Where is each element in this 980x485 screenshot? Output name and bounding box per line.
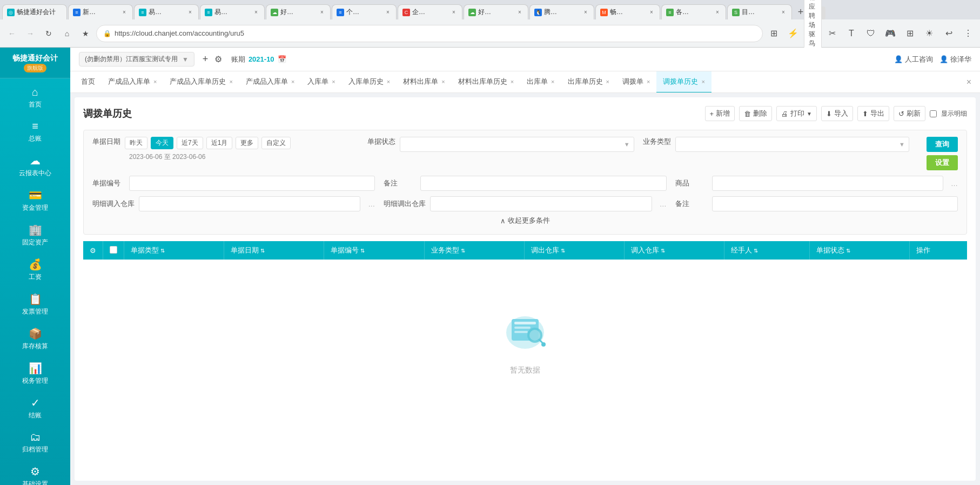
calendar-icon[interactable]: 📅 [278, 55, 286, 63]
sidebar-item-archive[interactable]: 🗂 归档管理 [0, 426, 70, 460]
col-header-transfer-out[interactable]: 调出仓库 ⇅ [524, 241, 624, 260]
gear-column-header[interactable]: ⚙ [83, 241, 103, 260]
page-tab-outbound[interactable]: 出库单 × [520, 71, 561, 93]
tab-transfer-close[interactable]: × [647, 78, 650, 85]
print-button[interactable]: 🖨 打印 ▼ [776, 106, 817, 121]
page-tab-transfer[interactable]: 调拨单 × [616, 71, 656, 93]
delete-button[interactable]: 🗑 删除 [739, 106, 772, 121]
sidebar-item-ledger[interactable]: ≡ 总账 [0, 115, 70, 149]
tab-close-3[interactable]: × [186, 9, 194, 16]
shield-icon[interactable]: 🛡 [863, 26, 878, 41]
export-button[interactable]: ⬆ 导出 [857, 106, 889, 121]
tab-transfer-hist-close[interactable]: × [701, 78, 704, 85]
scissor-icon[interactable]: ✂ [824, 26, 840, 41]
tab-material-out-close[interactable]: × [441, 78, 445, 85]
date-btn-custom[interactable]: 自定义 [261, 137, 291, 149]
tab-close-7[interactable]: × [450, 9, 458, 16]
service-button[interactable]: 👤 人工咨询 [894, 55, 933, 64]
top-add-button[interactable]: + [199, 53, 212, 66]
page-tab-finished-in-hist[interactable]: 产成品入库单历史 × [163, 71, 239, 93]
date-btn-7days[interactable]: 近7天 [177, 137, 203, 149]
tab-close-6[interactable]: × [384, 9, 392, 16]
tabs-close-all-button[interactable]: × [962, 77, 976, 87]
history-back-icon[interactable]: ↩ [941, 26, 956, 41]
bookmark-button[interactable]: ★ [78, 26, 93, 41]
biztype-input[interactable] [675, 137, 909, 152]
tab-close-10[interactable]: × [648, 9, 655, 16]
col-header-doc-status[interactable]: 单据状态 ⇅ [809, 241, 909, 260]
extensions-button[interactable]: ⊞ [766, 26, 781, 41]
page-tab-home[interactable]: 首页 [75, 71, 102, 93]
gamepad-icon[interactable]: 🎮 [883, 26, 898, 41]
display-checkbox[interactable] [930, 110, 937, 117]
more-menu[interactable]: ⋮ [961, 26, 976, 41]
docno-input[interactable] [129, 176, 375, 191]
col-header-doc-no[interactable]: 单据编号 ⇅ [324, 241, 424, 260]
lightning-button[interactable]: ⚡ [786, 26, 801, 41]
col-header-doc-type[interactable]: 单据类型 ⇅ [124, 241, 224, 260]
page-tab-transfer-hist[interactable]: 调拨单历史 × [656, 71, 711, 93]
back-button[interactable]: ← [4, 26, 19, 41]
sidebar-item-settings[interactable]: ⚙ 基础设置 [0, 460, 70, 485]
tab-finished-in-close[interactable]: × [153, 78, 157, 85]
browser-tab-3[interactable]: ≡ 易… × [134, 4, 199, 19]
sidebar-item-asset[interactable]: 🏢 固定资产 [0, 218, 70, 253]
page-tab-inbound-hist[interactable]: 入库单历史 × [342, 71, 397, 93]
tab-outbound-hist-close[interactable]: × [606, 78, 609, 85]
company-select[interactable]: (勿删勿禁用）江西服宝测试专用 ▼ [79, 52, 194, 67]
tab-finished-in2-close[interactable]: × [291, 78, 294, 85]
detail-in-input[interactable] [139, 196, 360, 211]
sidebar-item-home[interactable]: ⌂ 首页 [0, 81, 70, 115]
status-input[interactable] [400, 137, 634, 152]
detail-note-input[interactable] [712, 196, 958, 211]
browser-tab-2[interactable]: ≡ 新… × [68, 4, 133, 19]
table-settings-icon[interactable]: ⚙ [90, 247, 96, 255]
col-header-handler[interactable]: 经手人 ⇅ [724, 241, 810, 260]
display-toggle[interactable]: 显示明细 [930, 109, 967, 118]
sidebar-item-invoice[interactable]: 📋 发票管理 [0, 287, 70, 322]
theme-icon[interactable]: ☀ [922, 26, 937, 41]
browser-tab-9[interactable]: 🐧 腾… × [529, 4, 594, 19]
user-button[interactable]: 👤 徐泽华 [939, 55, 971, 64]
browser-tab-11[interactable]: ≡ 各… × [661, 4, 726, 19]
browser-tab-5[interactable]: ☁ 好… × [266, 4, 331, 19]
tab-close-11[interactable]: × [714, 9, 721, 16]
new-button[interactable]: + 新增 [705, 106, 735, 121]
search-bar-expand[interactable]: 学霸应聘场驱鸟员 🔥 热搜 [805, 26, 820, 41]
goods-more-icon[interactable]: … [951, 180, 958, 188]
tab-material-out-hist-close[interactable]: × [511, 78, 514, 85]
sidebar-item-tax[interactable]: 📊 税务管理 [0, 356, 70, 391]
page-tab-finished-in2[interactable]: 产成品入库单 × [239, 71, 301, 93]
detail-out-more-icon[interactable]: … [660, 200, 667, 208]
reload-button[interactable]: ↻ [41, 26, 56, 41]
sidebar-item-inventory[interactable]: 📦 库存核算 [0, 322, 70, 356]
browser-tab-4[interactable]: ≡ 易… × [200, 4, 265, 19]
url-bar[interactable]: 🔒 https://cloud.chanjet.com/accounting/u… [96, 25, 763, 42]
sidebar-item-closing[interactable]: ✓ 结账 [0, 391, 70, 426]
translate-icon[interactable]: T [844, 26, 859, 41]
detail-out-input[interactable] [430, 196, 652, 211]
tab-close-9[interactable]: × [582, 9, 589, 16]
grid-icon[interactable]: ⊞ [902, 26, 917, 41]
tab-close-5[interactable]: × [318, 9, 326, 16]
tab-close-2[interactable]: × [120, 9, 128, 16]
tab-close-8[interactable]: × [516, 9, 523, 16]
home-button[interactable]: ⌂ [59, 26, 75, 41]
browser-tab-7[interactable]: C 企… × [398, 4, 462, 19]
date-btn-yesterday[interactable]: 昨天 [125, 137, 147, 149]
goods-input[interactable] [712, 176, 943, 191]
search-button[interactable]: 查询 [927, 137, 958, 152]
sidebar-item-fund[interactable]: 💳 资金管理 [0, 183, 70, 218]
tab-close-4[interactable]: × [252, 9, 260, 16]
date-btn-1month[interactable]: 近1月 [206, 137, 233, 149]
sidebar-item-salary[interactable]: 💰 工资 [0, 253, 70, 287]
page-tab-material-out-hist[interactable]: 材料出库单历史 × [452, 71, 520, 93]
date-btn-today[interactable]: 今天 [151, 137, 173, 149]
sidebar-item-cloud-report[interactable]: ☁ 云报表中心 [0, 149, 70, 183]
checkbox-column-header[interactable] [103, 241, 124, 260]
detail-in-more-icon[interactable]: … [368, 200, 375, 208]
tab-inbound-close[interactable]: × [332, 78, 335, 85]
forward-button[interactable]: → [23, 26, 38, 41]
page-tab-material-out[interactable]: 材料出库单 × [397, 71, 451, 93]
collapse-button[interactable]: ∧ 收起更多条件 [494, 214, 556, 228]
